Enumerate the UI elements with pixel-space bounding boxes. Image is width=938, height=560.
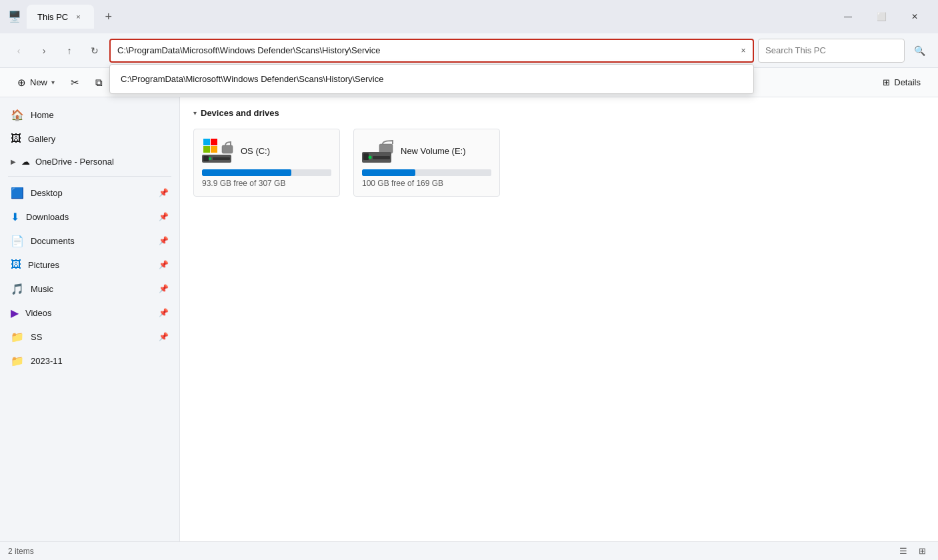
tab-this-pc[interactable]: This PC ×	[27, 5, 94, 29]
refresh-button[interactable]: ↻	[84, 40, 105, 61]
maximize-button[interactable]: ⬜	[866, 6, 897, 27]
sidebar-item-desktop[interactable]: 🟦 Desktop 📌	[3, 181, 177, 205]
downloads-icon: ⬇	[11, 211, 19, 223]
address-clear-button[interactable]: ×	[737, 44, 750, 57]
pin-icon: 📌	[159, 212, 169, 221]
new-label: New	[30, 77, 47, 87]
videos-icon: ▶	[11, 307, 19, 319]
address-bar-wrapper: × C:\ProgramData\Microsoft\Windows Defen…	[109, 39, 754, 63]
tab-add-button[interactable]: +	[99, 7, 118, 26]
sidebar-item-downloads[interactable]: ⬇ Downloads 📌	[3, 205, 177, 229]
sidebar-divider	[8, 176, 171, 177]
svg-rect-1	[211, 139, 217, 145]
main-area: 🏠 Home 🖼 Gallery ▶ ☁ OneDrive - Personal…	[0, 97, 938, 541]
drive-e-free-text: 100 GB free of 169 GB	[362, 179, 491, 188]
pin-icon: 📌	[159, 260, 169, 269]
svg-rect-0	[203, 139, 210, 145]
grid-view-button[interactable]: ⊞	[914, 543, 930, 559]
autocomplete-item[interactable]: C:\ProgramData\Microsoft\Windows Defende…	[110, 67, 753, 91]
drive-c-progress-bar	[202, 169, 331, 176]
sidebar: 🏠 Home 🖼 Gallery ▶ ☁ OneDrive - Personal…	[0, 97, 180, 541]
sidebar-item-label: Downloads	[26, 212, 69, 222]
cut-icon: ✂	[71, 77, 79, 89]
music-icon: 🎵	[11, 283, 24, 295]
drive-e-progress-fill	[362, 169, 415, 176]
new-chevron: ▾	[51, 79, 55, 86]
sidebar-item-home[interactable]: 🏠 Home	[3, 103, 177, 127]
sidebar-item-label: Videos	[25, 308, 52, 318]
sidebar-item-videos[interactable]: ▶ Videos 📌	[3, 301, 177, 325]
window-controls: — ⬜ ✕	[833, 6, 930, 27]
autocomplete-dropdown: C:\ProgramData\Microsoft\Windows Defende…	[109, 64, 754, 94]
tab-close-button[interactable]: ×	[73, 11, 83, 22]
sidebar-item-pictures[interactable]: 🖼 Pictures 📌	[3, 253, 177, 277]
drive-c-icon	[202, 137, 234, 164]
pin-icon: 📌	[159, 188, 169, 197]
sidebar-item-gallery[interactable]: 🖼 Gallery	[3, 127, 177, 151]
copy-icon: ⧉	[95, 77, 103, 89]
ss-icon: 📁	[11, 331, 24, 343]
onedrive-icon: ☁	[21, 157, 30, 167]
drives-grid: OS (C:) 93.9 GB free of 307 GB	[193, 129, 925, 197]
section-header-drives: ▾ Devices and drives	[193, 108, 925, 118]
new-button[interactable]: ⊕ New ▾	[11, 72, 61, 93]
svg-rect-9	[213, 157, 230, 160]
list-view-button[interactable]: ☰	[895, 543, 911, 559]
documents-icon: 📄	[11, 235, 24, 247]
svg-rect-10	[379, 144, 393, 153]
toolbar: ‹ › ↑ ↻ × C:\ProgramData\Microsoft\Windo…	[0, 33, 938, 68]
svg-point-13	[369, 156, 372, 159]
drive-e-name: New Volume (E:)	[401, 146, 466, 156]
details-label: Details	[894, 77, 921, 87]
sidebar-item-label: SS	[31, 332, 42, 342]
forward-button[interactable]: ›	[33, 40, 55, 61]
copy-button[interactable]: ⧉	[89, 72, 109, 93]
svg-rect-3	[211, 146, 217, 153]
sidebar-item-label: Documents	[31, 236, 75, 246]
search-input[interactable]	[758, 39, 905, 63]
sidebar-item-ss[interactable]: 📁 SS 📌	[3, 325, 177, 349]
back-button[interactable]: ‹	[8, 40, 29, 61]
gallery-icon: 🖼	[11, 133, 21, 145]
content-area: ▾ Devices and drives	[180, 97, 938, 541]
search-icon-button[interactable]: 🔍	[909, 40, 930, 61]
svg-rect-14	[373, 156, 390, 159]
close-button[interactable]: ✕	[899, 6, 930, 27]
details-button[interactable]: ⊞ Details	[876, 72, 927, 93]
section-title-drives: Devices and drives	[201, 108, 279, 118]
svg-rect-2	[203, 146, 210, 153]
pin-icon: 📌	[159, 332, 169, 341]
drive-e-header: New Volume (E:)	[362, 137, 491, 164]
sidebar-item-2023-11[interactable]: 📁 2023-11	[3, 349, 177, 373]
title-bar: 🖥️ This PC × + — ⬜ ✕	[0, 0, 938, 33]
expand-icon: ▶	[11, 158, 16, 165]
svg-rect-12	[363, 153, 369, 160]
pin-icon: 📌	[159, 284, 169, 293]
drive-c-name: OS (C:)	[241, 146, 270, 156]
sidebar-item-documents[interactable]: 📄 Documents 📌	[3, 229, 177, 253]
details-icon: ⊞	[883, 77, 890, 87]
svg-point-8	[209, 157, 211, 160]
sidebar-item-music[interactable]: 🎵 Music 📌	[3, 277, 177, 301]
svg-rect-5	[222, 145, 233, 153]
drive-c[interactable]: OS (C:) 93.9 GB free of 307 GB	[193, 129, 340, 197]
drive-e-icon	[362, 137, 394, 164]
window-icon: 🖥️	[8, 10, 21, 23]
drive-e-progress-bar	[362, 169, 491, 176]
pin-icon: 📌	[159, 308, 169, 317]
cut-button[interactable]: ✂	[64, 72, 86, 93]
pictures-icon: 🖼	[11, 259, 21, 271]
sidebar-item-label: Desktop	[31, 188, 63, 198]
drive-c-free-text: 93.9 GB free of 307 GB	[202, 179, 331, 188]
minimize-button[interactable]: —	[833, 6, 863, 27]
sidebar-item-label: Home	[31, 110, 54, 120]
drive-e[interactable]: New Volume (E:) 100 GB free of 169 GB	[353, 129, 500, 197]
sidebar-item-onedrive[interactable]: ▶ ☁ OneDrive - Personal	[3, 151, 177, 172]
item-count: 2 items	[8, 547, 34, 556]
address-bar-input[interactable]	[109, 39, 754, 63]
up-button[interactable]: ↑	[59, 40, 80, 61]
section-expand-icon[interactable]: ▾	[193, 109, 197, 117]
sidebar-item-label: 2023-11	[31, 356, 63, 366]
svg-rect-7	[203, 156, 209, 161]
desktop-icon: 🟦	[11, 187, 24, 199]
